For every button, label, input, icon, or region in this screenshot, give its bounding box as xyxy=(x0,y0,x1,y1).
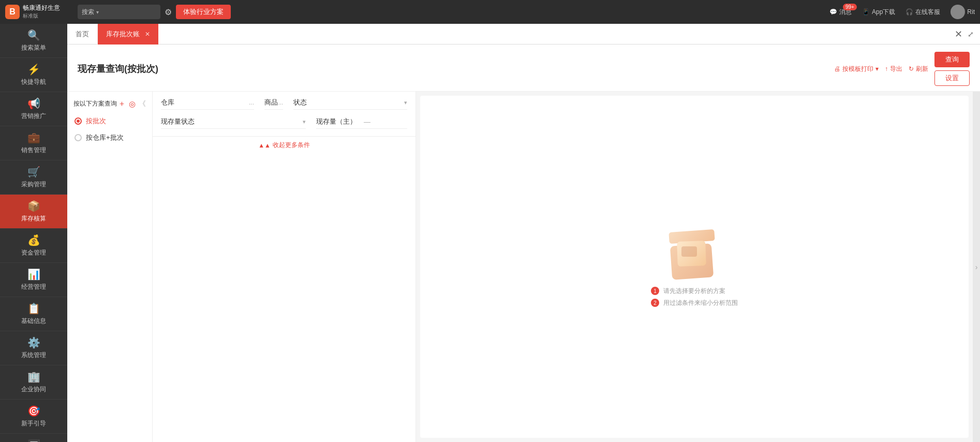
sidebar-item-quick[interactable]: ⚡ 快捷导航 xyxy=(0,58,67,92)
app-download-item[interactable]: 📱 App下载 xyxy=(862,8,895,17)
print-button[interactable]: 🖨 按模板打印 ▾ xyxy=(834,65,879,73)
user-name: Rit xyxy=(967,8,975,16)
sidebar-label-enterprise: 企业协同 xyxy=(21,385,46,394)
sidebar-item-sales[interactable]: 💼 销售管理 xyxy=(0,126,67,160)
settings-icon[interactable]: ⚙ xyxy=(165,7,172,17)
filter-sidebar-title-text: 按以下方案查询 xyxy=(73,99,117,108)
filter-option-batch-label: 按批次 xyxy=(86,116,106,126)
sidebar-item-finance[interactable]: 💰 资金管理 xyxy=(0,229,67,263)
collapse-up-icon: ▲▲ xyxy=(258,142,271,149)
export-label: 导出 xyxy=(890,65,902,73)
sidebar-label-system: 系统管理 xyxy=(21,351,46,360)
tip-text-1: 请先选择要分析的方案 xyxy=(663,287,725,296)
filter-conditions-area: 仓库 ... 商品 ... xyxy=(153,92,415,442)
sidebar-label-inventory: 库存核算 xyxy=(21,214,46,223)
empty-tip-2: 2 用过滤条件来缩小分析范围 xyxy=(651,299,738,307)
filter-warehouse-field: 仓库 ... xyxy=(161,98,254,110)
trial-button[interactable]: 体验行业方案 xyxy=(176,5,231,19)
refresh-button[interactable]: ↻ 刷新 xyxy=(909,65,928,73)
sidebar-item-apps[interactable]: 🔲 应用中心 xyxy=(0,434,67,442)
tab-home[interactable]: 首页 xyxy=(67,24,98,45)
sidebar-item-system[interactable]: ⚙️ 系统管理 xyxy=(0,331,67,365)
empty-state: 1 请先选择要分析的方案 2 用过滤条件来缩小分析范围 xyxy=(651,227,738,307)
search-text: 搜索 xyxy=(82,8,94,17)
sidebar-item-purchase[interactable]: 🛒 采购管理 xyxy=(0,160,67,195)
query-button[interactable]: 查询 xyxy=(934,52,970,67)
tab-batch-label: 库存批次账 xyxy=(106,30,140,39)
sidebar-item-guide[interactable]: 🎯 新手引导 xyxy=(0,400,67,434)
sidebar-item-operations[interactable]: 📊 经营管理 xyxy=(0,263,67,297)
messages-item[interactable]: 💬 消息 99+ xyxy=(829,8,852,17)
settings-button[interactable]: 设置 xyxy=(934,70,970,86)
add-scheme-icon[interactable]: ＋ xyxy=(118,99,126,109)
filter-row-2: 现存量状态 ▾ 现存量（主） — xyxy=(161,117,407,129)
sidebar: 🔍 搜索菜单 ⚡ 快捷导航 📢 营销推广 💼 销售管理 🛒 采购管理 📦 库存核… xyxy=(0,24,67,442)
main-layout: 🔍 搜索菜单 ⚡ 快捷导航 📢 营销推广 💼 销售管理 🛒 采购管理 📦 库存核… xyxy=(0,24,980,442)
stock-amount-label: 现存量（主） xyxy=(316,117,357,126)
page-title: 现存量查询(按批次) xyxy=(78,63,158,75)
tab-home-label: 首页 xyxy=(76,30,89,39)
filter-sidebar-title: 按以下方案查询 ＋ ◎ 《 xyxy=(67,97,152,113)
sidebar-label-search: 搜索菜单 xyxy=(21,43,46,52)
filter-collapse-label: 收起更多条件 xyxy=(273,141,310,150)
filter-sidebar-icons: ＋ ◎ 《 xyxy=(118,99,146,109)
sidebar-label-sales: 销售管理 xyxy=(21,146,46,155)
sidebar-item-inventory[interactable]: 📦 库存核算 xyxy=(0,195,67,229)
right-panel[interactable]: › xyxy=(973,92,980,442)
page-header-actions: 🖨 按模板打印 ▾ ↑ 导出 ↻ 刷新 查询 设置 xyxy=(834,52,970,86)
filter-option-batch[interactable]: 按批次 xyxy=(67,113,152,129)
search-box[interactable]: 搜索 ▾ xyxy=(78,5,160,19)
filter-radio-batch xyxy=(75,117,82,125)
tab-bar-expand-icon[interactable]: ⤢ xyxy=(968,30,974,38)
app-download-icon: 📱 xyxy=(862,8,870,16)
filter-collapse-button[interactable]: ▲▲ 收起更多条件 xyxy=(153,136,415,154)
left-filter-panel: 按以下方案查询 ＋ ◎ 《 按批次 按仓库+批次 xyxy=(67,92,416,442)
sidebar-label-operations: 经营管理 xyxy=(21,283,46,291)
filter-option-warehouse-batch-label: 按仓库+批次 xyxy=(86,133,124,142)
sidebar-label-finance: 资金管理 xyxy=(21,248,46,257)
tip-num-2: 2 xyxy=(651,299,659,307)
customer-service-item[interactable]: 🎧 在线客服 xyxy=(905,8,940,17)
apps-icon: 🔲 xyxy=(27,439,40,442)
operations-icon: 📊 xyxy=(27,268,40,281)
stock-amount-dash: — xyxy=(364,118,370,126)
company-name: 畅康通好生意 xyxy=(23,4,60,12)
filter-sidebar: 按以下方案查询 ＋ ◎ 《 按批次 按仓库+批次 xyxy=(67,92,153,442)
basic-icon: 📋 xyxy=(27,302,40,315)
page-body: 按以下方案查询 ＋ ◎ 《 按批次 按仓库+批次 xyxy=(67,92,980,442)
tab-batch[interactable]: 库存批次账 ✕ xyxy=(98,24,158,45)
status-label: 状态 xyxy=(293,98,307,107)
status-dropdown-arrow[interactable]: ▾ xyxy=(404,99,407,106)
refresh-label: 刷新 xyxy=(916,65,928,73)
warehouse-more-icon[interactable]: ... xyxy=(249,99,254,106)
tab-close-icon[interactable]: ✕ xyxy=(145,31,150,38)
sidebar-item-search[interactable]: 🔍 搜索菜单 xyxy=(0,24,67,58)
tab-bar-close-button[interactable]: ✕ xyxy=(955,28,962,40)
export-button[interactable]: ↑ 导出 xyxy=(885,65,902,73)
user-item[interactable]: Rit xyxy=(951,5,975,19)
edit-scheme-icon[interactable]: ◎ xyxy=(129,99,136,109)
goods-more-icon[interactable]: ... xyxy=(278,99,283,106)
empty-illustration xyxy=(666,227,723,278)
filter-status-field: 状态 ▾ xyxy=(293,98,407,110)
sidebar-item-basic[interactable]: 📋 基础信息 xyxy=(0,297,67,331)
tab-bar-right: ✕ ⤢ xyxy=(955,28,980,40)
goods-label: 商品 xyxy=(264,98,278,107)
sidebar-item-enterprise[interactable]: 🏢 企业协同 xyxy=(0,365,67,400)
sidebar-label-marketing: 营销推广 xyxy=(21,112,46,121)
top-bar-right: 💬 消息 99+ 📱 App下载 🎧 在线客服 Rit xyxy=(829,5,975,19)
sidebar-item-marketing[interactable]: 📢 营销推广 xyxy=(0,92,67,126)
filter-option-warehouse-batch[interactable]: 按仓库+批次 xyxy=(67,129,152,146)
version-label: 标准版 xyxy=(23,12,60,20)
user-avatar xyxy=(951,5,965,19)
collapse-sidebar-icon[interactable]: 《 xyxy=(139,99,146,109)
right-panel-arrow-icon: › xyxy=(975,263,978,271)
stock-status-dropdown-icon[interactable]: ▾ xyxy=(303,119,306,125)
refresh-icon: ↻ xyxy=(909,65,914,72)
filter-row-1: 仓库 ... 商品 ... xyxy=(161,98,407,110)
stock-status-label: 现存量状态 xyxy=(161,117,195,126)
content-body: 1 请先选择要分析的方案 2 用过滤条件来缩小分析范围 xyxy=(420,96,969,438)
enterprise-icon: 🏢 xyxy=(27,371,40,383)
empty-tip-1: 1 请先选择要分析的方案 xyxy=(651,287,738,296)
print-chevron-icon: ▾ xyxy=(875,65,879,72)
